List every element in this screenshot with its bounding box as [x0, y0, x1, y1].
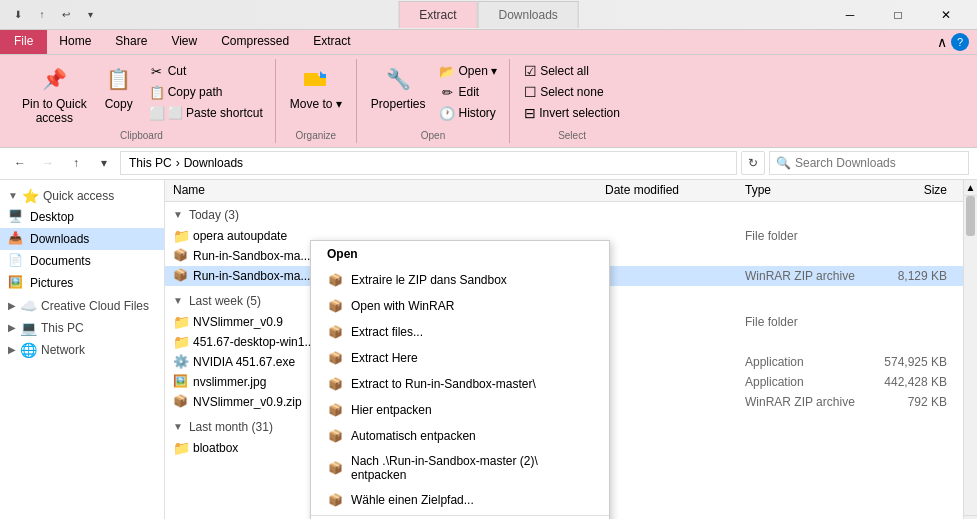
ribbon-tab-file[interactable]: File	[0, 30, 47, 54]
scroll-thumb[interactable]	[966, 196, 975, 236]
col-type-header[interactable]: Type	[745, 183, 865, 197]
minimize-btn[interactable]: ─	[827, 0, 873, 30]
select-buttons: ☑ Select all ☐ Select none ⊟ Invert sele…	[518, 61, 626, 123]
scrollbar[interactable]: ▲ ▼	[963, 180, 977, 519]
quick-access-btn[interactable]: ⬇	[8, 5, 28, 25]
organize-buttons: Move to ▾	[284, 61, 348, 128]
context-menu-item-extraire[interactable]: 📦 Extraire le ZIP dans Sandbox	[311, 267, 609, 293]
menu-btn[interactable]: ▾	[80, 5, 100, 25]
downloads-icon: 📥	[8, 231, 24, 247]
breadcrumb-thispc[interactable]: This PC	[129, 156, 172, 170]
properties-btn[interactable]: 🔧 Properties	[365, 61, 432, 113]
nav-up-btn[interactable]: ↑	[32, 5, 52, 25]
col-name-header[interactable]: Name	[173, 183, 605, 197]
up-btn[interactable]: ↑	[64, 151, 88, 175]
folder-icon: 📁	[173, 228, 189, 244]
properties-icon: 🔧	[382, 63, 414, 95]
sidebar-section-network[interactable]: ▶ 🌐 Network	[0, 338, 164, 360]
edit-btn[interactable]: ✏ Edit	[435, 82, 501, 102]
context-menu-item-extract-here[interactable]: 📦 Extract Here	[311, 345, 609, 371]
sidebar-section-creativecloud[interactable]: ▶ ☁️ Creative Cloud Files	[0, 294, 164, 316]
file-type: Application	[745, 375, 865, 389]
tab-extract[interactable]: Extract	[398, 1, 477, 28]
thispc-icon: 💻	[20, 320, 37, 336]
sidebar-item-desktop[interactable]: 🖥️ Desktop	[0, 206, 164, 228]
extract-to-label: Extract to Run-in-Sandbox-master\	[351, 377, 536, 391]
move-to-btn[interactable]: Move to ▾	[284, 61, 348, 113]
context-menu-header-label: Open	[327, 247, 358, 261]
search-input[interactable]	[795, 156, 962, 170]
col-date-header[interactable]: Date modified	[605, 183, 745, 197]
sidebar-item-pictures[interactable]: 🖼️ Pictures	[0, 272, 164, 294]
breadcrumb-downloads[interactable]: Downloads	[184, 156, 243, 170]
scissors-icon: ✂	[149, 63, 165, 79]
context-menu-item-hier[interactable]: 📦 Hier entpacken	[311, 397, 609, 423]
ribbon-tab-compressed[interactable]: Compressed	[209, 30, 301, 54]
copy-path-btn[interactable]: 📋 Copy path	[145, 82, 267, 102]
forward-btn[interactable]: →	[36, 151, 60, 175]
select-none-btn[interactable]: ☐ Select none	[518, 82, 626, 102]
sidebar-item-downloads[interactable]: 📥 Downloads	[0, 228, 164, 250]
paste-shortcut-btn[interactable]: ⬜ ⬜ Paste shortcut	[145, 103, 267, 123]
move-icon	[300, 63, 332, 95]
sidebar-section-thispc[interactable]: ▶ 💻 This PC	[0, 316, 164, 338]
context-menu-item-extract-to[interactable]: 📦 Extract to Run-in-Sandbox-master\	[311, 371, 609, 397]
sidebar-item-desktop-label: Desktop	[30, 210, 74, 224]
ribbon-tab-share[interactable]: Share	[103, 30, 159, 54]
today-chevron: ▼	[173, 209, 183, 220]
lastweek-chevron: ▼	[173, 295, 183, 306]
help-btn[interactable]: ?	[951, 33, 969, 51]
ribbon-group-organize: Move to ▾ Organize	[276, 59, 357, 143]
history-btn[interactable]: 🕐 History	[435, 103, 501, 123]
copy-btn[interactable]: 📋 Copy	[97, 61, 141, 113]
maximize-btn[interactable]: □	[875, 0, 921, 30]
zip-icon: 📦	[173, 268, 189, 284]
file-group-today-header[interactable]: ▼ Today (3)	[165, 204, 963, 226]
context-menu-item-waehle[interactable]: 📦 Wähle einen Zielpfad...	[311, 487, 609, 513]
automatisch-icon: 📦	[327, 428, 343, 444]
open-buttons: 🔧 Properties 📂 Open ▾ ✏ Edit 🕐 History	[365, 61, 501, 128]
title-bar: ⬇ ↑ ↩ ▾ Extract Downloads ─ □ ✕	[0, 0, 977, 30]
ribbon-tab-home[interactable]: Home	[47, 30, 103, 54]
tab-downloads[interactable]: Downloads	[477, 1, 578, 28]
sidebar-section-quickaccess[interactable]: ▼ ⭐ Quick access	[0, 184, 164, 206]
extract-to-icon: 📦	[327, 376, 343, 392]
back-btn[interactable]: ←	[8, 151, 32, 175]
folder-icon: 📁	[173, 314, 189, 330]
select-all-icon: ☑	[524, 63, 537, 79]
context-menu-item-extract-files[interactable]: 📦 Extract files...	[311, 319, 609, 345]
invert-selection-btn[interactable]: ⊟ Invert selection	[518, 103, 626, 123]
nach-label: Nach .\Run-in-Sandbox-master (2)\ entpac…	[351, 454, 593, 482]
ribbon-tab-view[interactable]: View	[159, 30, 209, 54]
edit-icon: ✏	[439, 84, 455, 100]
search-icon: 🔍	[776, 156, 791, 170]
desktop-icon: 🖥️	[8, 209, 24, 225]
cut-btn[interactable]: ✂ Cut	[145, 61, 267, 81]
copy-path-icon: 📋	[149, 84, 165, 100]
col-size-header[interactable]: Size	[865, 183, 955, 197]
ribbon-tab-extract[interactable]: Extract	[301, 30, 362, 54]
breadcrumb[interactable]: This PC › Downloads	[120, 151, 737, 175]
ribbon-tab-bar: File Home Share View Compressed Extract …	[0, 30, 977, 55]
open-icon: 📂	[439, 63, 455, 79]
select-all-btn[interactable]: ☑ Select all	[518, 61, 626, 81]
clipboard-small-group: ✂ Cut 📋 Copy path ⬜ ⬜ Paste shortcut	[145, 61, 267, 123]
recent-locations-btn[interactable]: ▾	[92, 151, 116, 175]
pictures-icon: 🖼️	[8, 275, 24, 291]
svg-rect-3	[320, 74, 326, 78]
context-menu-item-nach[interactable]: 📦 Nach .\Run-in-Sandbox-master (2)\ entp…	[311, 449, 609, 487]
refresh-btn[interactable]: ↻	[741, 151, 765, 175]
scroll-down-btn[interactable]: ▼	[964, 515, 977, 519]
sidebar-item-documents[interactable]: 📄 Documents	[0, 250, 164, 272]
context-menu-item-automatisch[interactable]: 📦 Automatisch entpacken	[311, 423, 609, 449]
file-size: 442,428 KB	[865, 375, 955, 389]
extraire-label: Extraire le ZIP dans Sandbox	[351, 273, 507, 287]
context-menu-item-winrar[interactable]: 📦 Open with WinRAR	[311, 293, 609, 319]
pin-to-quick-access-btn[interactable]: 📌 Pin to Quick access	[16, 61, 93, 128]
close-btn[interactable]: ✕	[923, 0, 969, 30]
ribbon-collapse-btn[interactable]: ∧	[937, 34, 947, 50]
open-btn[interactable]: 📂 Open ▾	[435, 61, 501, 81]
breadcrumb-sep: ›	[176, 156, 180, 170]
undo-btn[interactable]: ↩	[56, 5, 76, 25]
scroll-up-btn[interactable]: ▲	[964, 180, 977, 196]
